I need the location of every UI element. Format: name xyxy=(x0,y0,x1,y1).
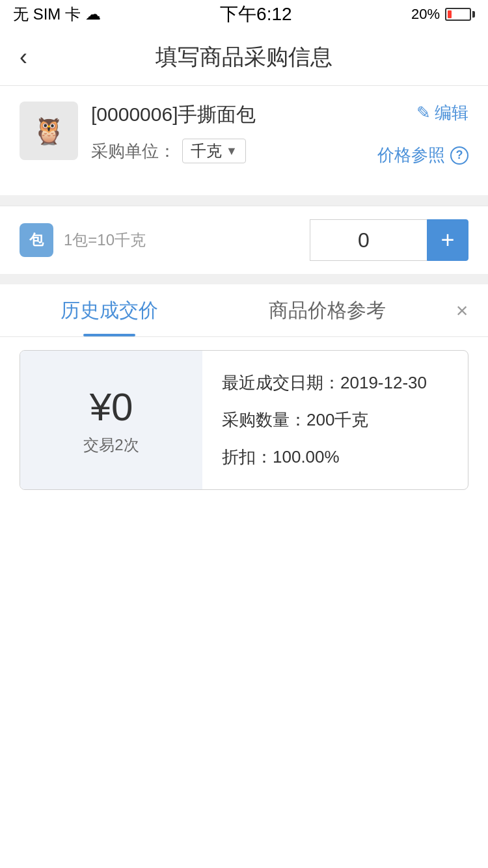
price-card-left: ¥0 交易2次 xyxy=(20,351,202,489)
status-bar: 无 SIM 卡 ☁ 下午6:12 20% xyxy=(0,0,488,29)
product-header: 🦉 [0000006]手撕面包 采购单位： 千克 ▼ ✎ 编辑 价格参照 xyxy=(20,102,468,167)
page-title: 填写商品采购信息 xyxy=(156,42,332,72)
product-section: 🦉 [0000006]手撕面包 采购单位： 千克 ▼ ✎ 编辑 价格参照 xyxy=(0,86,488,195)
quantity-sub-label: 1包=10千克 xyxy=(64,230,146,251)
tab-history-price[interactable]: 历史成交价 xyxy=(0,284,218,336)
unit-select[interactable]: 千克 ▼ xyxy=(182,139,246,163)
page-body xyxy=(0,503,488,868)
price-amount: ¥0 xyxy=(90,385,133,429)
price-card: ¥0 交易2次 最近成交日期：2019-12-30 采购数量：200千克 折扣：… xyxy=(20,350,468,490)
quantity-unit-icon: 包 xyxy=(20,223,53,257)
quantity-label: 采购数量： xyxy=(222,410,306,429)
edit-button[interactable]: ✎ 编辑 xyxy=(416,102,468,124)
product-meta: [0000006]手撕面包 采购单位： 千克 ▼ xyxy=(91,102,256,163)
bottom-panel: 历史成交价 商品价格参考 × ¥0 交易2次 最近成交日期：2019-12-30… xyxy=(0,284,488,503)
sim-status: 无 SIM 卡 ☁ xyxy=(13,4,101,25)
status-bar-time: 下午6:12 xyxy=(220,2,292,27)
battery-icon xyxy=(445,8,475,21)
price-detail-date: 最近成交日期：2019-12-30 xyxy=(222,370,448,396)
product-info: 🦉 [0000006]手撕面包 采购单位： 千克 ▼ xyxy=(20,102,256,163)
unit-value: 千克 xyxy=(191,141,222,161)
date-label: 最近成交日期： xyxy=(222,373,340,392)
quantity-plus-button[interactable]: + xyxy=(427,219,468,261)
price-detail-quantity: 采购数量：200千克 xyxy=(222,407,448,433)
discount-value: 100.00% xyxy=(273,447,340,467)
edit-icon: ✎ xyxy=(416,103,431,123)
tab-underline xyxy=(83,334,135,336)
tabs-row: 历史成交价 商品价格参考 × xyxy=(0,284,488,337)
discount-label: 折扣： xyxy=(222,447,273,467)
date-value: 2019-12-30 xyxy=(340,373,427,392)
quantity-row: 包 1包=10千克 + xyxy=(0,206,488,274)
tab-reference-label: 商品价格参考 xyxy=(269,297,386,324)
plus-icon: + xyxy=(441,226,454,254)
separator-1 xyxy=(0,195,488,206)
nav-bar: ‹ 填写商品采购信息 xyxy=(0,29,488,86)
quantity-value: 200千克 xyxy=(306,410,368,429)
status-bar-left: 无 SIM 卡 ☁ xyxy=(13,4,101,25)
price-reference-button[interactable]: 价格参照 ? xyxy=(377,144,468,167)
battery-tip xyxy=(472,11,475,18)
quantity-left: 包 1包=10千克 xyxy=(20,223,146,257)
trade-count: 交易2次 xyxy=(83,435,139,455)
currency-symbol: ¥ xyxy=(90,385,111,429)
price-ref-help-icon: ? xyxy=(450,146,468,165)
separator-2 xyxy=(0,274,488,284)
amount-value: 0 xyxy=(111,385,133,429)
edit-label: 编辑 xyxy=(435,102,468,124)
quantity-input[interactable] xyxy=(310,219,427,261)
back-button[interactable]: ‹ xyxy=(20,44,27,71)
battery-percent: 20% xyxy=(411,6,440,23)
battery-fill xyxy=(448,10,452,18)
tab-product-price-reference[interactable]: 商品价格参考 xyxy=(218,284,436,336)
price-detail-discount: 折扣：100.00% xyxy=(222,444,448,470)
quantity-right: + xyxy=(310,219,468,261)
product-unit-row: 采购单位： 千克 ▼ xyxy=(91,139,256,163)
price-card-right: 最近成交日期：2019-12-30 采购数量：200千克 折扣：100.00% xyxy=(202,351,468,489)
unit-select-arrow-icon: ▼ xyxy=(226,144,237,158)
card-container: ¥0 交易2次 最近成交日期：2019-12-30 采购数量：200千克 折扣：… xyxy=(0,337,488,503)
product-thumbnail: 🦉 xyxy=(20,102,78,160)
product-thumb-icon: 🦉 xyxy=(33,116,65,146)
battery-body xyxy=(445,8,471,21)
close-button[interactable]: × xyxy=(436,284,488,336)
price-ref-label: 价格参照 xyxy=(377,144,445,167)
tab-history-label: 历史成交价 xyxy=(61,297,158,324)
product-actions: ✎ 编辑 价格参照 ? xyxy=(377,102,468,167)
quantity-section: 包 1包=10千克 + xyxy=(0,206,488,274)
status-bar-right: 20% xyxy=(411,6,475,23)
unit-label: 采购单位： xyxy=(91,140,176,163)
product-name: [0000006]手撕面包 xyxy=(91,102,256,128)
